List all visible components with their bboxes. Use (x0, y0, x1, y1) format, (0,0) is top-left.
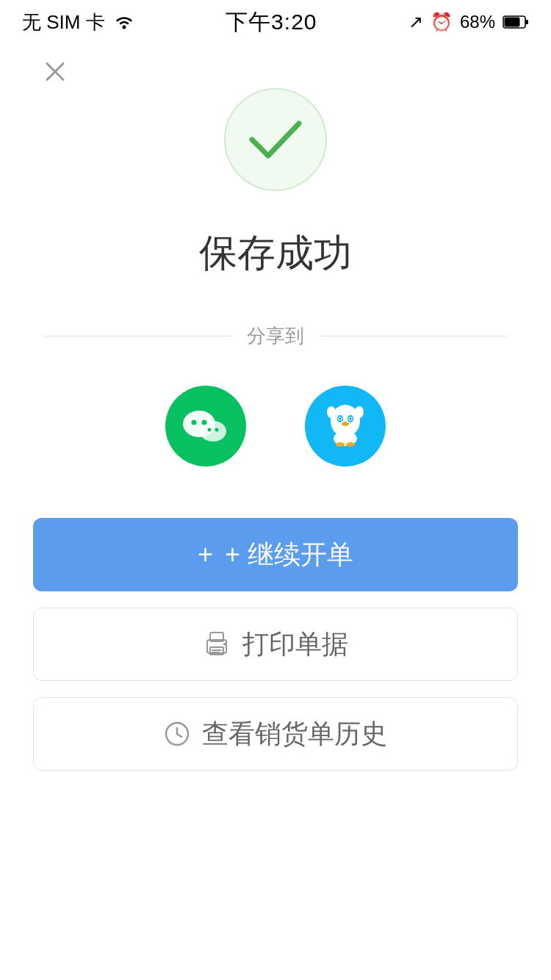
continue-icon: + (198, 539, 213, 570)
wechat-share-button[interactable] (165, 386, 246, 466)
svg-point-17 (350, 418, 351, 419)
svg-point-20 (346, 442, 355, 447)
close-button[interactable] (37, 53, 73, 90)
carrier-text: 无 SIM 卡 (22, 10, 105, 35)
battery-icon (503, 15, 529, 29)
continue-label: + 继续开单 (225, 537, 353, 573)
svg-line-31 (177, 734, 181, 737)
svg-point-7 (202, 420, 207, 425)
svg-rect-26 (223, 643, 226, 645)
divider-line-right (319, 336, 507, 336)
svg-rect-3 (504, 18, 519, 27)
main-content: 保存成功 分享到 (0, 44, 551, 771)
status-left: 无 SIM 卡 (22, 10, 134, 35)
status-bar: 无 SIM 卡 下午3:20 ↗ ⏰ 68% (0, 0, 551, 44)
print-button[interactable]: 打印单据 (33, 608, 518, 681)
location-icon: ↗ (408, 12, 423, 32)
share-icons-container (165, 386, 386, 466)
success-title: 保存成功 (199, 228, 352, 279)
svg-point-22 (355, 406, 364, 418)
status-right: ↗ ⏰ 68% (408, 12, 529, 32)
history-button[interactable]: 查看销货单历史 (33, 697, 518, 771)
svg-point-9 (215, 428, 219, 432)
history-icon (164, 721, 190, 747)
svg-point-18 (342, 422, 349, 426)
svg-point-16 (339, 418, 341, 419)
svg-point-8 (208, 428, 212, 432)
history-label: 查看销货单历史 (202, 716, 387, 752)
success-circle (224, 88, 327, 191)
qq-share-button[interactable] (305, 386, 386, 466)
qq-icon (324, 400, 367, 452)
print-label: 打印单据 (242, 627, 348, 663)
continue-order-button[interactable]: + + 继续开单 (33, 518, 518, 591)
divider-line-left (44, 336, 232, 336)
share-label: 分享到 (232, 323, 319, 349)
alarm-icon: ⏰ (431, 12, 453, 32)
svg-rect-2 (525, 20, 528, 24)
wifi-icon (114, 14, 134, 30)
share-divider: 分享到 (0, 323, 551, 349)
checkmark-icon (246, 118, 305, 162)
svg-point-0 (122, 26, 126, 29)
svg-point-19 (336, 442, 345, 447)
wechat-icon (181, 405, 231, 447)
printer-icon (203, 631, 231, 657)
action-buttons: + + 继续开单 打印单据 查看销货单历史 (0, 518, 551, 771)
svg-point-21 (327, 406, 336, 418)
svg-point-6 (192, 420, 197, 425)
status-time: 下午3:20 (226, 7, 317, 37)
battery-text: 68% (460, 12, 495, 32)
